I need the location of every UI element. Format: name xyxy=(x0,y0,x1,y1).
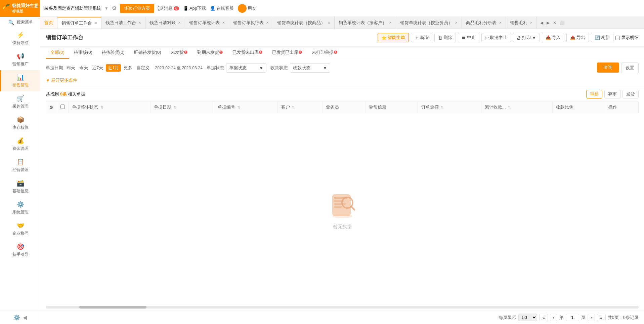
user-area[interactable]: 用友 xyxy=(238,4,256,13)
tab-sales-stats-customer[interactable]: 销货单统计表（按客户） ✕ xyxy=(335,17,396,29)
filter-payment-select[interactable]: 收款状态 ▼ xyxy=(290,63,330,73)
th-amount-sort-icon[interactable]: ⇅ xyxy=(441,105,444,109)
topbar-dropdown-icon[interactable]: ▼ xyxy=(104,6,109,11)
filter-date-custom[interactable]: 自定义 xyxy=(135,64,151,72)
tabs-next-icon[interactable]: ▶ xyxy=(545,20,551,26)
th-customer-sort-icon[interactable]: ⇅ xyxy=(292,105,295,109)
page-next-button[interactable]: › xyxy=(588,314,595,321)
tab-sales-stats-customer-close-icon[interactable]: ✕ xyxy=(389,21,392,25)
subtab-all[interactable]: 全部(0) xyxy=(46,47,69,59)
ship-button[interactable]: 发货 xyxy=(622,90,639,98)
sidebar-item-marketing[interactable]: 📢 营销推广 xyxy=(0,49,40,70)
tab-sales-stats-product[interactable]: 销货单统计表（按商品） ✕ xyxy=(273,17,335,29)
subtab-wangpu-ship[interactable]: 旺铺待发货(0) xyxy=(129,47,166,59)
sidebar-item-search[interactable]: 🔍 搜索菜单 xyxy=(0,17,40,28)
filter-date-today[interactable]: 今天 xyxy=(78,64,89,72)
subtab-expired-not-shipped[interactable]: 到期未发货❶ xyxy=(192,47,228,59)
marketing-icon: 📢 xyxy=(17,52,24,60)
sidebar-item-inventory[interactable]: 📦 库存核算 xyxy=(0,113,40,134)
page-prev-button[interactable]: ‹ xyxy=(550,314,557,321)
approve-button[interactable]: 审核 xyxy=(586,90,602,98)
filter-date-yesterday[interactable]: 昨天 xyxy=(65,64,77,72)
cancel-stop-button[interactable]: ↩ 取消中止 xyxy=(481,33,511,42)
tab-sales-stats-product-close-icon[interactable]: ✕ xyxy=(328,21,330,25)
horizontal-scroll[interactable] xyxy=(46,306,639,309)
topbar-gear-icon[interactable]: ⚙ xyxy=(112,5,117,11)
per-page-select[interactable]: 50 100 200 xyxy=(518,314,537,321)
per-page-label: 每页显示 xyxy=(499,315,516,321)
filter-date-7days[interactable]: 近7天 xyxy=(91,64,104,72)
filter-status-select[interactable]: 单据状态 ▼ xyxy=(226,63,266,73)
stop-button[interactable]: ⏹ 中止 xyxy=(458,33,479,42)
tab-sales-order-workbench[interactable]: 销售订单工作台 ✕ xyxy=(57,17,101,29)
tab-sales-profit-close-icon[interactable]: ✕ xyxy=(530,21,532,25)
sidebar-item-enterprise[interactable]: 🤝 企业协同 xyxy=(0,218,40,240)
sidebar-item-operations[interactable]: 📋 经营管理 xyxy=(0,155,40,176)
tab-sales-profit[interactable]: 销售毛利 ✕ xyxy=(506,17,537,29)
page-first-button[interactable]: « xyxy=(539,314,548,321)
tabs-prev-icon[interactable]: ◀ xyxy=(539,20,545,26)
sidebar-item-finance[interactable]: 💰 资金管理 xyxy=(0,134,40,155)
th-gear[interactable]: ⚙ xyxy=(46,102,57,113)
subtab-pending-review[interactable]: 待审核(0) xyxy=(69,47,97,59)
tab-product-margin-close-icon[interactable]: ✕ xyxy=(499,21,502,25)
horizontal-scroll-thumb[interactable] xyxy=(79,306,146,309)
th-collected-sort-icon[interactable]: ⇅ xyxy=(508,105,511,109)
add-button[interactable]: ＋ 新增 xyxy=(411,33,432,42)
subtab-shipped-out[interactable]: 已发货已出库❶ xyxy=(267,47,307,59)
industry-solution-button[interactable]: 体验行业方案 xyxy=(120,4,154,13)
tabs-close-all-icon[interactable]: ✕ xyxy=(552,20,558,26)
th-checkbox[interactable] xyxy=(57,102,69,113)
query-button[interactable]: 查询 xyxy=(597,63,619,73)
tabs-expand-icon[interactable]: ⬜ xyxy=(558,20,566,26)
sidebar-item-purchase[interactable]: 🛒 采购管理 xyxy=(0,91,40,113)
tab-cash-daily-close-icon[interactable]: ✕ xyxy=(138,21,141,25)
tab-cash-daily[interactable]: 钱货日清工作台 ✕ xyxy=(101,17,145,29)
unapprove-button[interactable]: 弃审 xyxy=(604,90,620,98)
smart-create-button[interactable]: ⭐ 智能生单 xyxy=(378,33,409,42)
subtab-pending-inspect[interactable]: 待拣验货(0) xyxy=(97,47,129,59)
page-input[interactable] xyxy=(566,314,579,321)
subtab-shipped-not-out[interactable]: 已发货未出库❶ xyxy=(228,47,267,59)
sidebar-item-system[interactable]: ⚙️ 系统管理 xyxy=(0,197,40,218)
select-all-checkbox[interactable] xyxy=(60,105,65,109)
tab-sales-order-exec[interactable]: 销售订单执行表 ✕ xyxy=(229,17,273,29)
sidebar-collapse-icon[interactable]: ◀ xyxy=(23,314,27,321)
filter-date-more[interactable]: 更多 xyxy=(122,64,134,72)
export-button[interactable]: 📤 导出 xyxy=(566,33,589,42)
th-status-sort-icon[interactable]: ⇅ xyxy=(100,105,103,109)
sidebar-item-quick-nav[interactable]: ⚡ 快捷导航 xyxy=(0,28,40,49)
th-number-sort-icon[interactable]: ⇅ xyxy=(237,105,240,109)
app-download-button[interactable]: 📱 App下载 xyxy=(183,5,206,11)
tab-sales-order-stats-close-icon[interactable]: ✕ xyxy=(222,21,225,25)
subtab-not-printed[interactable]: 未打印单据❶ xyxy=(307,47,342,59)
sidebar-item-guide[interactable]: 🎯 新手引导 xyxy=(0,240,40,261)
message-button[interactable]: 💬 消息 6 xyxy=(158,5,179,11)
show-detail-checkbox[interactable] xyxy=(615,36,620,40)
tab-cash-reconcile[interactable]: 钱货日清对账 ✕ xyxy=(145,17,185,29)
sidebar-item-sales[interactable]: 📊 销售管理 xyxy=(0,70,40,91)
tab-sales-order-exec-close-icon[interactable]: ✕ xyxy=(266,21,269,25)
setting-button[interactable]: 设置 xyxy=(621,63,639,73)
tab-home[interactable]: 首页 xyxy=(40,17,57,29)
import-icon: 📥 xyxy=(546,35,551,40)
sidebar-settings-icon[interactable]: ⚙️ xyxy=(13,314,20,321)
th-date-sort-icon[interactable]: ⇅ xyxy=(174,105,177,109)
page-last-button[interactable]: » xyxy=(597,314,605,321)
tab-close-icon[interactable]: ✕ xyxy=(94,21,97,25)
delete-button[interactable]: 🗑 删除 xyxy=(434,33,456,42)
show-detail-checkbox-area[interactable]: 显示明细 xyxy=(615,35,639,41)
tab-sales-order-stats[interactable]: 销售订单统计表 ✕ xyxy=(185,17,229,29)
print-button[interactable]: 🖨 打印 ▼ xyxy=(513,33,540,42)
tab-sales-stats-staff[interactable]: 销货单统计表（按业务员） ✕ xyxy=(396,17,462,29)
filter-expand-button[interactable]: ▼ 展开更多条件 xyxy=(46,77,77,83)
tab-cash-reconcile-close-icon[interactable]: ✕ xyxy=(178,21,181,25)
sidebar-item-basic-info[interactable]: 🗃️ 基础信息 xyxy=(0,176,40,197)
tab-sales-stats-staff-close-icon[interactable]: ✕ xyxy=(455,21,458,25)
import-button[interactable]: 📥 导入 xyxy=(542,33,564,42)
filter-date-1month[interactable]: 近1月 xyxy=(106,64,121,72)
refresh-button[interactable]: 🔄 刷新 xyxy=(591,33,613,42)
tab-product-margin[interactable]: 商品毛利分析表 ✕ xyxy=(462,17,506,29)
online-service-button[interactable]: 👤 在线客服 xyxy=(210,5,234,11)
subtab-not-shipped[interactable]: 未发货❶ xyxy=(166,47,192,59)
